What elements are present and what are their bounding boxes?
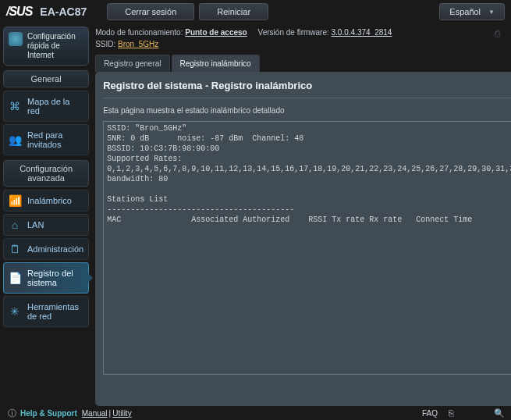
info-line-1: Modo de funcionamiento: Punto de acceso …: [95, 27, 511, 38]
ssid-value: Bron_5GHz: [118, 40, 158, 48]
info-line-2: SSID: Bron_5GHz: [95, 38, 511, 50]
operation-mode-link[interactable]: Punto de acceso: [185, 28, 247, 37]
quick-label: Configuración rápida de Internet: [27, 32, 76, 59]
nav-label: Herramientas de red: [27, 302, 79, 321]
network-map-icon: ⌘: [9, 100, 21, 112]
sidebar-item-net-tools[interactable]: ✳ Herramientas de red: [3, 296, 89, 327]
sidebar-item-guest-network[interactable]: 👥 Red para invitados: [3, 124, 89, 155]
nav-label: Red para invitados: [27, 130, 62, 149]
manual-link[interactable]: Manual: [82, 409, 108, 418]
lan-icon: ⌂: [9, 219, 21, 231]
nav-label: Inalámbrico: [27, 196, 72, 205]
guest-icon: 👥: [9, 133, 21, 146]
tab-wireless-log[interactable]: Registro inalámbrico: [172, 55, 260, 72]
sidebar-item-wireless[interactable]: 📶 Inalámbrico: [3, 190, 89, 212]
panel-title: Registro del sistema - Registro inalámbr…: [103, 80, 511, 98]
sidebar-section-advanced: Configuración avanzada: [3, 160, 89, 187]
brand-logo: /SUS: [6, 5, 32, 19]
search-icon[interactable]: 🔍: [494, 408, 505, 418]
tab-general-log[interactable]: Registro general: [95, 55, 169, 72]
nav-label: LAN: [27, 220, 44, 230]
nav-label: Mapa de la red: [27, 97, 69, 116]
tools-icon: ✳: [9, 305, 21, 318]
sidebar-item-network-map[interactable]: ⌘ Mapa de la red: [3, 91, 89, 122]
sidebar: Configuración rápida de Internet General…: [0, 23, 92, 406]
sidebar-item-system-log[interactable]: 📄 Registro del sistema: [3, 262, 89, 294]
firmware-link[interactable]: 3.0.0.4.374_2814: [332, 28, 392, 37]
help-support-label: Help & Support: [20, 409, 77, 418]
sidebar-section-general: General: [3, 70, 89, 87]
panel-description: Esta página muestra el estado inalámbric…: [103, 98, 511, 121]
admin-icon: 🗒: [9, 243, 21, 255]
sidebar-item-lan[interactable]: ⌂ LAN: [3, 214, 89, 236]
globe-icon: [9, 32, 23, 46]
language-select[interactable]: Español ▼: [439, 3, 505, 20]
faq-link[interactable]: FAQ: [422, 409, 438, 418]
language-label: Español: [449, 7, 481, 16]
wireless-log-output: SSID: "Bron_5GHz" SNR: 0 dB noise: -87 d…: [103, 121, 511, 375]
chevron-down-icon: ▼: [488, 9, 495, 16]
info-icon: ⓘ: [6, 408, 17, 418]
nav-label: Registro del sistema: [27, 269, 73, 287]
feedback-icon[interactable]: ⎘: [445, 408, 456, 418]
logout-button[interactable]: Cerrar sesión: [107, 3, 194, 20]
printer-icon: ⎙: [495, 28, 500, 39]
nav-label: Administración: [27, 244, 83, 254]
utility-link[interactable]: Utility: [112, 409, 131, 418]
model-name: EA-AC87: [40, 5, 87, 18]
quick-internet-setup[interactable]: Configuración rápida de Internet: [3, 27, 89, 66]
log-icon: 📄: [9, 272, 21, 284]
footer-links: Manual|Utility: [80, 409, 133, 418]
wifi-icon: 📶: [9, 194, 21, 207]
log-panel: Registro del sistema - Registro inalámbr…: [95, 72, 511, 406]
sidebar-item-admin[interactable]: 🗒 Administración: [3, 238, 89, 260]
reboot-button[interactable]: Reiniciar: [199, 3, 268, 20]
